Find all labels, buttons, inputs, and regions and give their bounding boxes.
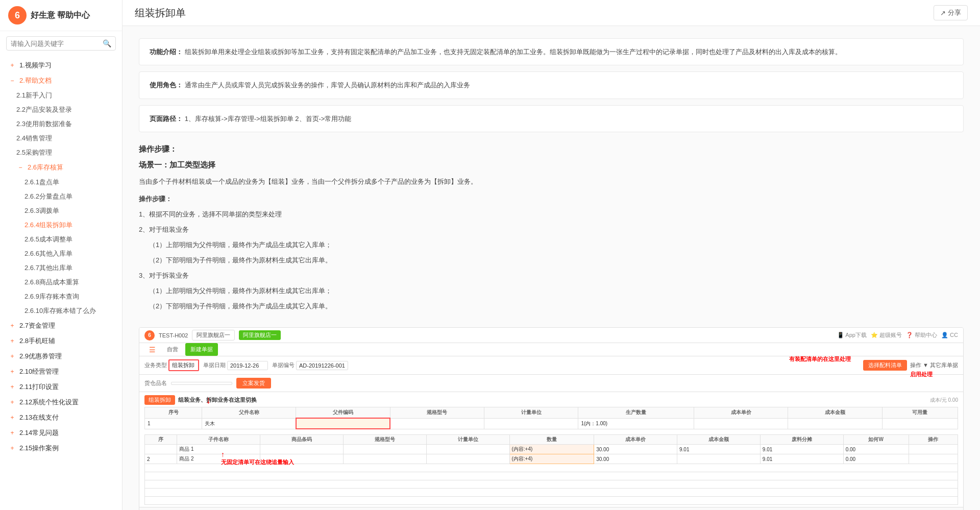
sidebar-item-2.2[interactable]: 2.2产品安装及登录 (0, 103, 122, 117)
lcell-how-2: 0.00 (843, 454, 909, 464)
sidebar-item-2.3[interactable]: 2.3使用前数据准备 (0, 117, 122, 131)
step2: 2、对于组装业务 (139, 223, 964, 236)
lcell-seq-1 (145, 445, 177, 454)
app-topbar: 6 TEST-H002 阿里旗舰店一 阿里旗舰店一 📱 App下载 ⭐ 超级账号… (139, 328, 963, 343)
step3-sub1: （1）上部明细为父件明细，最终作为原材料生成其它出库单； (149, 284, 964, 298)
sidebar-item-2.12[interactable]: + 2.12系统个性化设置 (0, 395, 122, 410)
form-select-recipe-btn[interactable]: 选择配料清单 (863, 360, 907, 371)
sidebar-item-2.6.8[interactable]: 2.6.8商品成本重算 (0, 275, 122, 289)
function-intro-block: 功能介绍： 组装拆卸单用来处理企业组装或拆卸等加工业务，支持有固定装配清单的产品… (139, 38, 964, 65)
lth-seq: 序 (145, 435, 177, 445)
lcell-name-1: 商品 1 (177, 445, 260, 454)
sidebar-item-2.6.6[interactable]: 2.6.6其他入库单 (0, 247, 122, 261)
upper-table-area: 组装拆卸 组装业务、拆卸业务在这里切换 成本/元 0.00 序号 父件名称 父件… (139, 392, 963, 432)
sidebar-item-2.6.3[interactable]: 2.6.3调拨单 (0, 204, 122, 218)
lcell-qty-2[interactable]: (内容:+4) (509, 454, 594, 464)
sidebar-item-2.14[interactable]: + 2.14常见问题 (0, 425, 122, 441)
lcell-how-1: 0.00 (843, 445, 909, 454)
sidebar-item-2.6.10[interactable]: 2.6.10库存账本错了么办 (0, 304, 122, 318)
form-num-input[interactable]: AD-20191226-001 (296, 361, 348, 370)
step3: 3、对于拆装业务 (139, 269, 964, 282)
app-user[interactable]: 👤 CC (941, 332, 958, 338)
processing-btn[interactable]: 立案发货 (236, 378, 271, 388)
share-button[interactable]: ↗ 分享 (934, 5, 968, 20)
lcell-empty-6 (145, 489, 958, 497)
form-annotation-wrapper: 业务类型 组装拆卸 单据日期 2019-12-26 单据编号 AD-201912… (139, 356, 963, 375)
upper-table-header: 组装拆卸 组装业务、拆卸业务在这里切换 成本/元 0.00 (144, 395, 958, 405)
annotation-recipe: 有装配清单的在这里处理 (789, 355, 851, 363)
lcell-empty-7 (145, 497, 958, 505)
sidebar-item-2.11[interactable]: + 2.11打印设置 (0, 379, 122, 395)
lcell-amount-2 (677, 454, 761, 464)
scenario1-title: 场景一：加工类型选择 (139, 160, 964, 170)
lcell-qty-1[interactable]: (内容:+4) (509, 445, 594, 454)
search-box[interactable]: 🔍 (6, 36, 116, 51)
sidebar-item-2.6.1[interactable]: 2.6.1盘点单 (0, 175, 122, 189)
tab-new-order[interactable]: 新建单据 (185, 343, 218, 356)
app-account[interactable]: ⭐ 超级账号 (871, 331, 902, 339)
form-date-input[interactable]: 2019-12-26 (227, 361, 268, 370)
plus-icon-2.12: + (8, 398, 16, 406)
processing-input[interactable] (171, 382, 232, 385)
sidebar: 6 好生意 帮助中心 🔍 + 1.视频学习 − 2.帮助文档 2.1新手入门 2… (0, 0, 122, 510)
cell-qty: 1(内：1.00) (578, 418, 694, 429)
sidebar-item-2.6.5[interactable]: 2.6.5成本调整单 (0, 232, 122, 247)
lcell-amount-1: 9.01 (677, 445, 761, 454)
form-field-num: 单据编号 AD-20191226-001 (272, 361, 348, 370)
lcell-op-2 (909, 454, 958, 464)
cell-cost-price (694, 418, 788, 429)
sidebar-item-2.6.9[interactable]: 2.6.9库存账本查询 (0, 289, 122, 304)
upper-table-wrapper: 组装拆卸 组装业务、拆卸业务在这里切换 成本/元 0.00 序号 父件名称 父件… (139, 392, 963, 432)
app-help[interactable]: ❓ 帮助中心 (906, 331, 937, 339)
sidebar-item-2.1[interactable]: 2.1新手入门 (0, 88, 122, 103)
annotation-enable: 启用处理 (910, 371, 933, 378)
sidebar-item-2.13[interactable]: + 2.13在线支付 (0, 410, 122, 425)
sidebar-item-2.10-label: 2.10经营管理 (19, 367, 59, 376)
search-input[interactable] (11, 40, 103, 47)
scenario1-desc: 当由多个子件材料组装成一个成品的业务为【组装】业务，当由一个父件拆分成多个子产品… (139, 175, 964, 188)
sidebar-item-2.5[interactable]: 2.5采购管理 (0, 145, 122, 160)
lcell-spec-2 (343, 454, 426, 464)
lcell-price-1: 30.00 (594, 445, 677, 454)
share-label: 分享 (948, 8, 961, 17)
plus-icon-2.8: + (8, 337, 16, 345)
tab-ziyIng[interactable]: 自营 (162, 343, 183, 356)
app-download[interactable]: 📱 App下载 (837, 331, 867, 339)
app-green-btn[interactable]: 阿里旗舰店一 (239, 330, 281, 340)
sidebar-item-2.9[interactable]: + 2.9优惠券管理 (0, 349, 122, 364)
th-cost-price: 成本单价 (694, 407, 788, 419)
processing-area: 货仓品名 立案发货 (139, 375, 963, 392)
sidebar-item-2.6.4[interactable]: 2.6.4组装拆卸单 (0, 218, 122, 232)
plus-icon-2.15: + (8, 444, 16, 452)
sidebar-item-2.6[interactable]: − 2.6库存核算 (0, 160, 122, 175)
sidebar-item-2.10[interactable]: + 2.10经营管理 (0, 364, 122, 379)
sidebar-item-docs[interactable]: − 2.帮助文档 (0, 73, 122, 88)
cell-parent-code[interactable] (296, 418, 390, 429)
app-footer: 合计 89.00 0.06 0.06 0.06 (139, 507, 963, 510)
lower-table-area: 序 子件名称 商品条码 规格型号 计量单位 数量 成本单价 成本金额 废料分摊 (139, 432, 963, 507)
sidebar-item-video[interactable]: + 1.视频学习 (0, 58, 122, 73)
sidebar-item-2.6.2[interactable]: 2.6.2分量盘点单 (0, 189, 122, 204)
sidebar-item-2.14-label: 2.14常见问题 (19, 428, 59, 438)
table-row: 商品 1 (内容:+4) 30.00 9.01 9.01 0.00 (145, 445, 958, 454)
role-label: 使用角色： (150, 81, 183, 89)
form-type-input[interactable]: 组装拆卸 (168, 359, 199, 371)
sidebar-item-2.12-label: 2.12系统个性化设置 (19, 398, 79, 407)
table-row: 1 关木 1(内：1.00) (145, 418, 958, 429)
sidebar-item-2.7[interactable]: + 2.7资金管理 (0, 318, 122, 333)
screenshot-container: 6 TEST-H002 阿里旗舰店一 阿里旗舰店一 📱 App下载 ⭐ 超级账号… (139, 327, 964, 510)
sidebar-item-2.6.7[interactable]: 2.6.7其他出库单 (0, 261, 122, 275)
app-selector[interactable]: 阿里旗舰店一 (192, 330, 235, 341)
sidebar-item-2.4[interactable]: 2.4销售管理 (0, 131, 122, 145)
cell-available (882, 418, 958, 429)
upper-table-title-area: 组装拆卸 组装业务、拆卸业务在这里切换 (144, 395, 257, 405)
lcell-empty-5 (145, 480, 958, 489)
sidebar-item-2.8[interactable]: + 2.8手机旺辅 (0, 333, 122, 349)
step2-sub1: （1）上部明细为父件明细，最终作为产成品生成其它入库单； (149, 238, 964, 252)
search-icon[interactable]: 🔍 (103, 39, 111, 47)
sidebar-item-2.11-label: 2.11打印设置 (19, 382, 59, 392)
nav-section: + 1.视频学习 − 2.帮助文档 2.1新手入门 2.2产品安装及登录 2.3… (0, 56, 122, 458)
sidebar-item-2.15[interactable]: + 2.15操作案例 (0, 441, 122, 456)
lcell-waste-2: 9.01 (760, 454, 843, 464)
form-date-label: 单据日期 (203, 361, 226, 369)
